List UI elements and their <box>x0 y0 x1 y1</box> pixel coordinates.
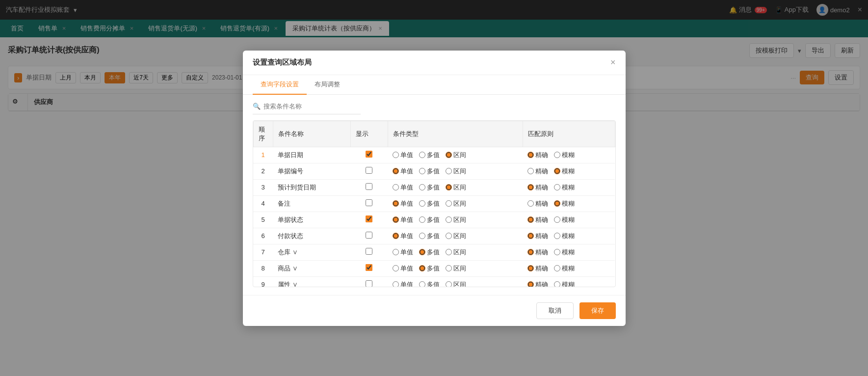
match-fuzzy-radio[interactable]: 模糊 <box>554 215 575 224</box>
match-fuzzy-radio[interactable]: 模糊 <box>554 248 575 257</box>
match-exact-label: 精确 <box>535 248 548 257</box>
type-range-radio[interactable]: 区间 <box>446 215 466 224</box>
type-multi-radio[interactable]: 多值 <box>419 232 440 241</box>
match-exact-label: 精确 <box>535 151 548 160</box>
type-single-radio[interactable]: 单值 <box>393 215 413 224</box>
match-fuzzy-label: 模糊 <box>562 183 575 192</box>
cancel-button[interactable]: 取消 <box>536 302 574 319</box>
type-multi-radio[interactable]: 多值 <box>419 167 440 176</box>
tab-layout-adjust[interactable]: 布局调整 <box>307 75 348 95</box>
display-checkbox[interactable] <box>366 264 372 271</box>
th-type: 条件类型 <box>388 121 523 147</box>
row-condition-name: 单据日期 <box>273 147 350 163</box>
type-single-radio[interactable]: 单值 <box>393 280 413 287</box>
row-match-cell: 精确 模糊 <box>523 212 615 228</box>
tab-query-field-settings[interactable]: 查询字段设置 <box>253 75 307 95</box>
match-exact-radio[interactable]: 精确 <box>527 280 548 287</box>
type-range-radio[interactable]: 区间 <box>446 167 466 176</box>
dialog-close-button[interactable]: × <box>610 57 616 68</box>
type-multi-radio[interactable]: 多值 <box>419 199 440 208</box>
match-fuzzy-radio[interactable]: 模糊 <box>554 183 575 192</box>
match-fuzzy-label: 模糊 <box>562 151 575 160</box>
match-fuzzy-radio[interactable]: 模糊 <box>554 151 575 160</box>
type-single-radio[interactable]: 单值 <box>393 232 413 241</box>
display-checkbox[interactable] <box>366 183 372 190</box>
match-exact-radio[interactable]: 精确 <box>527 264 548 273</box>
match-exact-radio[interactable]: 精确 <box>527 248 548 257</box>
type-single-radio[interactable]: 单值 <box>393 199 413 208</box>
type-multi-radio[interactable]: 多值 <box>419 264 440 273</box>
row-match-cell: 精确 模糊 <box>523 276 615 287</box>
display-checkbox[interactable] <box>366 280 372 287</box>
row-display-cell <box>350 244 388 260</box>
row-match-cell: 精确 模糊 <box>523 195 615 212</box>
row-condition-name: 预计到货日期 <box>273 179 350 195</box>
type-range-label: 区间 <box>453 215 466 224</box>
type-multi-radio[interactable]: 多值 <box>419 280 440 287</box>
display-checkbox[interactable] <box>366 248 372 255</box>
row-condition-name: 备注 <box>273 195 350 212</box>
type-multi-radio[interactable]: 多值 <box>419 248 440 257</box>
row-display-cell <box>350 260 388 276</box>
row-match-cell: 精确 模糊 <box>523 147 615 163</box>
type-range-radio[interactable]: 区间 <box>446 199 466 208</box>
display-checkbox[interactable] <box>366 215 372 222</box>
type-range-label: 区间 <box>453 199 466 208</box>
type-single-radio[interactable]: 单值 <box>393 264 413 273</box>
match-fuzzy-label: 模糊 <box>562 280 575 287</box>
display-checkbox[interactable] <box>366 167 372 174</box>
match-fuzzy-radio[interactable]: 模糊 <box>554 264 575 273</box>
type-range-radio[interactable]: 区间 <box>446 183 466 192</box>
match-fuzzy-radio[interactable]: 模糊 <box>554 232 575 241</box>
type-range-radio[interactable]: 区间 <box>446 151 466 160</box>
match-fuzzy-radio[interactable]: 模糊 <box>554 280 575 287</box>
type-multi-radio[interactable]: 多值 <box>419 151 440 160</box>
search-icon: 🔍 <box>253 103 261 110</box>
match-exact-label: 精确 <box>535 199 548 208</box>
row-condition-name: 单据编号 <box>273 163 350 179</box>
save-button[interactable]: 保存 <box>579 302 616 319</box>
type-multi-radio[interactable]: 多值 <box>419 215 440 224</box>
display-checkbox[interactable] <box>366 151 372 158</box>
match-exact-radio[interactable]: 精确 <box>527 232 548 241</box>
match-exact-radio[interactable]: 精确 <box>527 183 548 192</box>
conditions-table: 顺序 条件名称 显示 条件类型 匹配原则 1单据日期 单值 多值 <box>253 121 615 287</box>
match-fuzzy-radio[interactable]: 模糊 <box>554 199 575 208</box>
settings-dialog: 设置查询区域布局 × 查询字段设置 布局调整 🔍 顺序 条件名称 显示 <box>243 51 626 326</box>
row-match-cell: 精确 模糊 <box>523 244 615 260</box>
match-exact-label: 精确 <box>535 232 548 241</box>
type-single-radio[interactable]: 单值 <box>393 151 413 160</box>
type-single-radio[interactable]: 单值 <box>393 248 413 257</box>
table-row: 6付款状态 单值 多值 区间 精确 模糊 <box>253 228 615 244</box>
row-condition-name: 商品 ∨ <box>273 260 350 276</box>
row-condition-name: 单据状态 <box>273 212 350 228</box>
dialog-footer: 取消 保存 <box>243 295 626 326</box>
match-fuzzy-label: 模糊 <box>562 199 575 208</box>
display-checkbox[interactable] <box>366 199 372 206</box>
type-range-radio[interactable]: 区间 <box>446 248 466 257</box>
match-fuzzy-radio[interactable]: 模糊 <box>554 167 575 176</box>
display-checkbox[interactable] <box>366 232 372 239</box>
table-row: 8商品 ∨ 单值 多值 区间 精确 模糊 <box>253 260 615 276</box>
type-range-label: 区间 <box>453 151 466 160</box>
match-exact-label: 精确 <box>535 167 548 176</box>
row-number: 3 <box>253 179 273 195</box>
type-single-radio[interactable]: 单值 <box>393 183 413 192</box>
type-range-radio[interactable]: 区间 <box>446 280 466 287</box>
search-input[interactable] <box>261 103 361 110</box>
row-number: 9 <box>253 276 273 287</box>
type-range-radio[interactable]: 区间 <box>446 264 466 273</box>
match-exact-radio[interactable]: 精确 <box>527 215 548 224</box>
dialog-overlay: 设置查询区域布局 × 查询字段设置 布局调整 🔍 顺序 条件名称 显示 <box>0 0 868 376</box>
type-single-radio[interactable]: 单值 <box>393 167 413 176</box>
table-row: 2单据编号 单值 多值 区间 精确 模糊 <box>253 163 615 179</box>
match-exact-radio[interactable]: 精确 <box>527 199 548 208</box>
type-range-radio[interactable]: 区间 <box>446 232 466 241</box>
row-type-cell: 单值 多值 区间 <box>388 163 523 179</box>
th-name: 条件名称 <box>273 121 350 147</box>
match-fuzzy-label: 模糊 <box>562 248 575 257</box>
type-multi-label: 多值 <box>427 199 440 208</box>
match-exact-radio[interactable]: 精确 <box>527 167 548 176</box>
type-multi-radio[interactable]: 多值 <box>419 183 440 192</box>
match-exact-radio[interactable]: 精确 <box>527 151 548 160</box>
